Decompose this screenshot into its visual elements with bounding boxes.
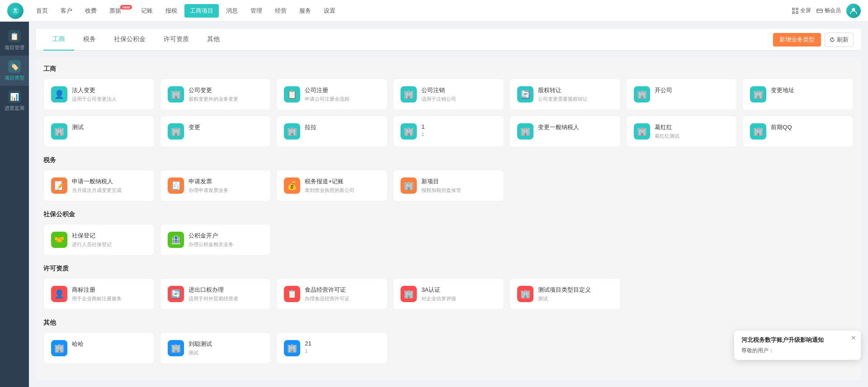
card-zhuxiao[interactable]: 🏢 公司注销 适用于注销公司 [393, 79, 504, 110]
user-avatar[interactable] [846, 4, 861, 18]
card-3a[interactable]: 🏢 3A认证 对企业信誉评级 [393, 278, 504, 310]
gjijin-icon: 🏦 [168, 232, 184, 248]
notification-title: 河北税务数字账户升级影响通知 [741, 336, 854, 344]
3a-icon: 🏢 [401, 286, 417, 302]
card-bianashuiren[interactable]: 🏢 变更一般纳税人 [509, 116, 621, 147]
card-shuiwubodao[interactable]: 💰 税务报道+记账 拿到营业执照的新公司 [276, 170, 387, 201]
zhuxiao-name: 公司注销 [421, 86, 496, 94]
new-type-button[interactable]: 新增业务类型 [773, 33, 821, 47]
fapiao-name: 申请发票 [189, 177, 264, 186]
project-manage-icon: 📋 [8, 30, 21, 42]
guquan-icon: 🔄 [517, 86, 533, 103]
ceshi-icon: 🏢 [51, 123, 67, 140]
one-icon: 🏢 [401, 123, 417, 140]
tab-qita[interactable]: 其他 [198, 29, 229, 51]
sidebar-item-progress[interactable]: 📊 进度监测 [0, 86, 29, 116]
gehonghong-icon: 🏢 [634, 123, 650, 140]
card-ceshi[interactable]: 🏢 测试 [43, 116, 155, 147]
card-gongsibiangeng[interactable]: 🏢 公司变更 股权变更外的业务变更 [160, 79, 271, 110]
tab-gongshang[interactable]: 工商 [43, 29, 74, 51]
nav-home[interactable]: 首页 [31, 4, 53, 18]
fazhen-name: 法人变更 [72, 86, 147, 94]
xinxiangmu-desc: 报税加税控盘保管 [421, 187, 496, 194]
shebao-card-desc: 进行人员社保登记 [72, 241, 147, 248]
card-one[interactable]: 🏢 1 1 [393, 116, 504, 147]
shangbiao-desc: 用于企业商标注册服务 [72, 295, 147, 302]
top-nav: 首页 客户 收费 票据 new 记账 报税 工商项目 消息 管理 经营 服务 设… [0, 0, 868, 22]
nav-tax[interactable]: 报税 [160, 4, 183, 18]
zhuce-desc: 申请公司注册全流程 [305, 96, 380, 103]
card-liucong[interactable]: 🏢 刘聪测试 测试 [160, 332, 271, 364]
nav-service[interactable]: 服务 [294, 4, 316, 18]
qita-grid: 🏢 哈哈 🏢 刘聪测试 测试 🏢 21 [43, 332, 854, 364]
gehonghong-name: 葛红红 [655, 123, 730, 131]
card-dizhi[interactable]: 🏢 变更地址 [742, 79, 854, 110]
nav-bookkeeping[interactable]: 记账 [136, 4, 158, 18]
card-fapiao[interactable]: 🧾 申请发票 办理申请发票业务 [160, 170, 271, 201]
refresh-button[interactable]: 刷新 [825, 33, 854, 47]
card-shipin[interactable]: 📋 食品经营许可证 办理食品经营许可证 [276, 278, 387, 310]
nav-ticket[interactable]: 票据 new [104, 4, 134, 18]
jinchukou-desc: 适用于对外贸易经营者 [189, 295, 264, 302]
xuke-section: 许可资质 👤 商标注册 用于企业商标注册服务 🔄 进出口权办理 适用于对外贸易经… [43, 265, 854, 310]
progress-icon: 📊 [8, 90, 21, 103]
kaigongsi-name: 开公司 [655, 86, 730, 94]
card-biangeng[interactable]: 🏢 变更 [160, 116, 271, 147]
gongshang-title: 工商 [43, 65, 854, 73]
nav-fee[interactable]: 收费 [80, 4, 102, 18]
qianqiQQ-icon: 🏢 [750, 123, 766, 140]
card-lala[interactable]: 🏢 拉拉 [276, 116, 387, 147]
guquan-desc: 公司变更需要股权转让 [538, 96, 613, 103]
project-type-icon: 🏷️ [8, 60, 21, 73]
shuiwubodao-desc: 拿到营业执照的新公司 [305, 187, 380, 194]
shebao-grid: 🤝 社保登记 进行人员社保登记 🏦 公积金开户 办理公积金相关业务 [43, 224, 854, 256]
card-zhuce[interactable]: 📋 公司注册 申请公司注册全流程 [276, 79, 387, 110]
gongshang-row1: 👤 法人变更 适用于公司变更法人 🏢 公司变更 股权变更外的业务变更 📋 [43, 79, 854, 110]
card-gjijin[interactable]: 🏦 公积金开户 办理公积金相关业务 [160, 224, 271, 256]
zhuxiao-desc: 适用于注销公司 [421, 96, 496, 103]
jinchukou-name: 进出口权办理 [189, 286, 264, 294]
svg-rect-3 [793, 12, 794, 14]
shipin-icon: 📋 [284, 286, 300, 302]
21-icon: 🏢 [284, 340, 300, 356]
card-shebao[interactable]: 🤝 社保登记 进行人员社保登记 [43, 224, 155, 256]
card-guquan[interactable]: 🔄 股权转让 公司变更需要股权转让 [509, 79, 621, 110]
3a-desc: 对企业信誉评级 [421, 295, 496, 302]
nav-admin[interactable]: 管理 [245, 4, 268, 18]
nav-settings[interactable]: 设置 [318, 4, 341, 18]
nav-customer[interactable]: 客户 [55, 4, 78, 18]
tabs-right: 新增业务类型 刷新 [773, 33, 854, 47]
card-shangbiao[interactable]: 👤 商标注册 用于企业商标注册服务 [43, 278, 155, 310]
vip-btn[interactable]: 畅会员 [816, 7, 841, 14]
zhuce-icon: 📋 [284, 86, 300, 103]
tab-xuke[interactable]: 许可资质 [155, 29, 198, 51]
shangbiao-name: 商标注册 [72, 286, 147, 294]
card-ceshitype[interactable]: 🏢 测试项目类型目定义 测试 [509, 278, 621, 310]
nav-message[interactable]: 消息 [221, 4, 243, 18]
card-jinchukou[interactable]: 🔄 进出口权办理 适用于对外贸易经营者 [160, 278, 271, 310]
tab-shuiwu[interactable]: 税务 [74, 29, 105, 51]
shuiwu-title: 税务 [43, 156, 854, 164]
shebao-card-name: 社保登记 [72, 232, 147, 240]
nav-industry[interactable]: 工商项目 [184, 4, 219, 18]
notification-close[interactable]: ✕ [851, 334, 856, 341]
tab-shebao[interactable]: 社保公积金 [105, 29, 155, 51]
card-gehonghong[interactable]: 🏢 葛红红 葛红红测试 [626, 116, 737, 147]
card-21[interactable]: 🏢 21 1 [276, 332, 387, 364]
sidebar-item-project-type[interactable]: 🏷️ 项目类型 [0, 56, 29, 86]
card-kaigongsi[interactable]: 🏢 开公司 [626, 79, 737, 110]
fullscreen-btn[interactable]: 全屏 [792, 7, 811, 14]
sidebar-item-project-manage[interactable]: 📋 项目管理 [0, 25, 29, 56]
nav-business[interactable]: 经营 [269, 4, 292, 18]
card-qianqiQQ[interactable]: 🏢 前期QQ [742, 116, 854, 147]
card-yibanashuiren[interactable]: 📝 申请一般纳税人 当月或次月成变更完成 [43, 170, 155, 201]
qita-title: 其他 [43, 319, 854, 327]
card-haha[interactable]: 🏢 哈哈 [43, 332, 155, 364]
card-xinxiangmu[interactable]: 🏢 新项目 报税加税控盘保管 [393, 170, 504, 201]
qita-section: 其他 🏢 哈哈 🏢 刘聪测试 测试 🏢 [43, 319, 854, 364]
shebao-card-icon: 🤝 [51, 232, 67, 248]
card-fazhen[interactable]: 👤 法人变更 适用于公司变更法人 [43, 79, 155, 110]
ticket-badge: new [120, 5, 132, 9]
haha-name: 哈哈 [72, 340, 147, 348]
gongsibiangeng-icon: 🏢 [168, 86, 184, 103]
